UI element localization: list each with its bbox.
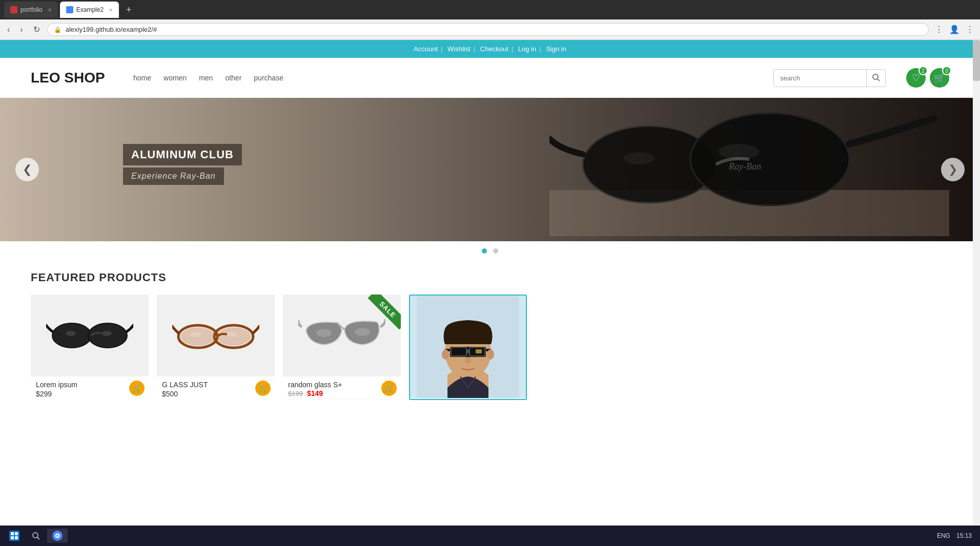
nav-purchase[interactable]: purchase — [254, 74, 283, 82]
svg-point-4 — [690, 113, 849, 205]
product-card-2: G LASS JUST $500 🛒 — [157, 295, 275, 400]
nav-men[interactable]: men — [199, 74, 213, 82]
svg-line-1 — [877, 79, 880, 81]
glasses-img-1 — [46, 315, 133, 356]
tab-favicon-portfolio — [10, 6, 17, 13]
account-link[interactable]: Account — [414, 45, 438, 53]
hero-subtitle: Experience Ray-Ban — [123, 167, 224, 185]
svg-point-6 — [624, 152, 655, 164]
nav-home[interactable]: home — [133, 74, 151, 82]
add-to-cart-1[interactable]: 🛒 — [129, 381, 145, 396]
search-button[interactable] — [866, 70, 885, 87]
hero-slider: Ray-Ban ALUMINUM CLUB Experience Ray-Ban… — [0, 98, 980, 241]
svg-point-31 — [487, 349, 494, 360]
hero-text: ALUMINUM CLUB Experience Ray-Ban — [123, 144, 242, 185]
profile-button[interactable]: 👤 — [947, 23, 962, 36]
product-img-4 — [410, 296, 526, 398]
cart-badge: 0 — [942, 66, 951, 75]
svg-rect-23 — [451, 347, 466, 356]
main-nav: home women men other purchase — [133, 74, 753, 82]
svg-rect-28 — [476, 349, 482, 353]
product-img-2 — [157, 295, 275, 376]
svg-point-5 — [719, 144, 760, 159]
sale-badge: SALE — [360, 295, 401, 335]
product-price-2: $500 — [162, 390, 270, 398]
product-name-3: random glass S+ — [288, 381, 396, 389]
add-to-cart-3[interactable]: 🛒 — [381, 381, 397, 396]
product-name-1: Lorem ipsum — [36, 381, 144, 389]
header: LEO SHOP home women men other purchase ♡… — [0, 58, 980, 98]
model-img — [417, 296, 519, 398]
search-input[interactable] — [774, 71, 866, 86]
more-options-button[interactable]: ⋮ — [964, 23, 976, 36]
signin-link[interactable]: Sign in — [546, 45, 566, 53]
browser-nav-icons: ⋮ 👤 ⋮ — [933, 23, 976, 36]
slider-prev-button[interactable]: ❮ — [15, 158, 39, 181]
svg-point-29 — [465, 355, 471, 364]
tab-label-portfolio: portfolio — [21, 6, 43, 13]
hero-sunglasses: Ray-Ban — [549, 103, 949, 236]
svg-point-0 — [873, 74, 878, 79]
hero-image: Ray-Ban ALUMINUM CLUB Experience Ray-Ban — [0, 98, 980, 241]
tab-label-example2: Example2 — [76, 6, 104, 13]
hero-title: ALUMINUM CLUB — [123, 144, 242, 165]
featured-section: FEATURED PRODUCTS Lorem ipsum $299 🛒 — [0, 261, 980, 421]
featured-title: FEATURED PRODUCTS — [31, 271, 949, 284]
sale-badge-text: SALE — [368, 295, 401, 329]
nav-other[interactable]: other — [225, 74, 241, 82]
svg-point-11 — [101, 331, 112, 336]
refresh-button[interactable]: ↻ — [30, 23, 43, 36]
slider-dot-2[interactable] — [493, 248, 498, 254]
wishlist-icon-wrapper[interactable]: ♡ 2 — [906, 68, 926, 88]
search-container — [773, 69, 886, 87]
tab-close-example2[interactable]: ✕ — [109, 7, 113, 13]
product-price-1: $299 — [36, 390, 144, 398]
add-to-cart-2[interactable]: 🛒 — [255, 381, 271, 396]
top-bar: Account| Wishlist| Checkout| Log in| Sig… — [0, 40, 980, 58]
product-card-1: Lorem ipsum $299 🛒 — [31, 295, 149, 400]
cart-icon-wrapper[interactable]: 🛒 0 — [930, 68, 949, 88]
tab-example2[interactable]: Example2 ✕ — [60, 2, 119, 18]
svg-text:Ray-Ban: Ray-Ban — [728, 161, 761, 172]
extensions-button[interactable]: ⋮ — [933, 23, 945, 36]
wishlist-badge: 2 — [918, 66, 928, 75]
glasses-img-2 — [172, 315, 259, 356]
checkout-link[interactable]: Checkout — [480, 45, 508, 53]
slider-dot-1[interactable] — [482, 248, 487, 254]
product-card-4 — [409, 295, 527, 400]
nav-women[interactable]: women — [164, 74, 187, 82]
browser-chrome: portfolio ✕ Example2 ✕ + — [0, 0, 980, 19]
product-sale-price-3: $149 — [307, 389, 323, 397]
forward-button[interactable]: › — [17, 23, 26, 36]
nav-bar: ‹ › ↻ 🔒 alexiy199.github.io/example2/# ⋮… — [0, 19, 980, 40]
tab-portfolio[interactable]: portfolio ✕ — [4, 2, 58, 18]
back-button[interactable]: ‹ — [4, 23, 13, 36]
slider-next-button[interactable]: ❯ — [941, 158, 965, 181]
product-original-price-3: $199 — [288, 390, 303, 397]
new-tab-button[interactable]: + — [123, 4, 135, 16]
site-logo[interactable]: LEO SHOP — [31, 70, 113, 86]
address-bar[interactable]: 🔒 alexiy199.github.io/example2/# — [47, 23, 929, 36]
scrollbar-thumb[interactable] — [973, 40, 980, 81]
url-text: alexiy199.github.io/example2/# — [66, 26, 157, 33]
product-img-1 — [31, 295, 149, 376]
product-name-2: G LASS JUST — [162, 381, 270, 389]
products-row: Lorem ipsum $299 🛒 — [31, 295, 949, 400]
svg-point-10 — [66, 331, 76, 336]
svg-point-30 — [442, 349, 449, 360]
tab-favicon-example2 — [66, 6, 73, 13]
search-icon — [872, 73, 880, 81]
lock-icon: 🔒 — [54, 26, 62, 33]
product-card-3: SALE random glass S+ $199 $14 — [283, 295, 401, 400]
svg-point-18 — [316, 329, 332, 337]
scrollbar-track[interactable] — [973, 40, 980, 421]
svg-point-16 — [191, 332, 201, 337]
tab-close-portfolio[interactable]: ✕ — [48, 7, 52, 13]
svg-point-17 — [227, 332, 237, 337]
header-icons: ♡ 2 🛒 0 — [906, 68, 949, 88]
slider-dots — [0, 241, 980, 261]
svg-rect-25 — [466, 350, 469, 353]
wishlist-link[interactable]: Wishlist — [447, 45, 471, 53]
login-link[interactable]: Log in — [518, 45, 536, 53]
